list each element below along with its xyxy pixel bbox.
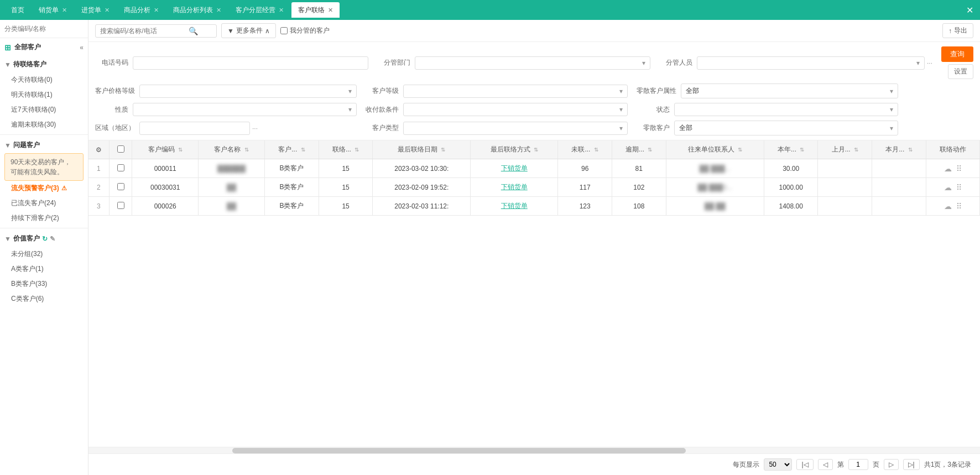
- th-not-contacted[interactable]: 未联... ⇅: [558, 140, 612, 159]
- filter-dept-select[interactable]: ▾: [415, 56, 650, 70]
- sidebar-item-class-c[interactable]: C类客户(6): [0, 291, 88, 306]
- row-3-check[interactable]: [117, 202, 124, 209]
- tab-analysis[interactable]: 商品分析 ✕: [117, 2, 165, 18]
- filter-status-select[interactable]: ▾: [674, 103, 898, 116]
- sidebar-item-class-a[interactable]: A类客户(1): [0, 262, 88, 276]
- row-1-contact-icon[interactable]: ☁: [944, 164, 952, 173]
- filter-nature-select[interactable]: ▾: [133, 103, 357, 116]
- sidebar-collapse-btn[interactable]: «: [80, 44, 84, 51]
- tab-home[interactable]: 首页: [4, 2, 31, 18]
- tab-customer-layered[interactable]: 客户分层经营 ✕: [229, 2, 290, 18]
- value-refresh-icon[interactable]: ↻: [42, 235, 48, 243]
- page-input[interactable]: [848, 459, 868, 470]
- sidebar-item-today[interactable]: 今天待联络(0): [0, 72, 88, 87]
- th-last-month[interactable]: 上月... ⇅: [818, 140, 872, 159]
- filter-search-icon[interactable]: 🔍: [189, 27, 198, 35]
- row-2-checkbox[interactable]: [109, 178, 132, 197]
- row-3-lcm[interactable]: 下销货单: [471, 197, 558, 216]
- filter-retail-customer-select[interactable]: 全部 ▾: [674, 121, 898, 135]
- my-customers-checkbox-label[interactable]: 我分管的客户: [280, 26, 330, 35]
- filter-customer-grade-select[interactable]: ▾: [403, 85, 627, 98]
- prev-page-btn[interactable]: ◁: [818, 459, 833, 470]
- sidebar-item-class-b[interactable]: B类客户(33): [0, 276, 88, 291]
- export-btn[interactable]: ↑ 导出: [942, 23, 973, 38]
- sidebar-group-value-header[interactable]: ▼ 价值客户 ↻ ✎: [0, 231, 88, 247]
- value-edit-icon[interactable]: ✎: [50, 235, 55, 243]
- tab-customer-layered-close[interactable]: ✕: [279, 7, 284, 14]
- filter-region: 区域（地区） ···: [95, 122, 357, 135]
- tab-customer-contact[interactable]: 客户联络 ✕: [291, 2, 340, 18]
- sidebar-item-7days[interactable]: 近7天待联络(0): [0, 102, 88, 117]
- row-2-lcm[interactable]: 下销货单: [471, 178, 558, 197]
- sidebar-group-pending-header[interactable]: ▼ 待联络客户: [0, 56, 88, 72]
- my-customers-checkbox[interactable]: [280, 27, 288, 34]
- filter-payment-select[interactable]: ▾: [403, 103, 627, 116]
- problem-tooltip: 90天未交易的客户，可能有流失风险。: [4, 153, 84, 181]
- row-3-contact-icon[interactable]: ☁: [944, 202, 952, 211]
- sidebar-item-declining[interactable]: 持续下滑客户(2): [0, 211, 88, 226]
- th-last-contact-method[interactable]: 最后联络方式 ⇅: [471, 140, 558, 159]
- th-action: 联络动作: [926, 140, 979, 159]
- row-3-more-icon[interactable]: ⠿: [956, 202, 962, 211]
- filter-person-select[interactable]: ▾: [697, 56, 925, 70]
- horizontal-scrollbar[interactable]: [88, 447, 980, 453]
- settings-btn[interactable]: 设置: [948, 64, 973, 79]
- first-page-btn[interactable]: |◁: [796, 459, 813, 470]
- select-all-checkbox[interactable]: [117, 145, 124, 153]
- tab-customer-contact-close[interactable]: ✕: [328, 7, 333, 14]
- th-code[interactable]: 客户编码 ⇅: [132, 140, 199, 159]
- row-2-tm: [872, 178, 926, 197]
- last-page-btn[interactable]: ▷|: [903, 459, 920, 470]
- sidebar-group-problem-header[interactable]: ▼ 问题客户: [0, 137, 88, 153]
- th-checkbox[interactable]: [109, 140, 132, 159]
- filter-region-input[interactable]: [139, 122, 250, 135]
- row-3-checkbox[interactable]: [109, 197, 132, 216]
- region-dots-icon[interactable]: ···: [252, 124, 258, 132]
- row-1-check[interactable]: [117, 164, 124, 171]
- filter-retail-attr-select[interactable]: 全部 ▾: [681, 83, 898, 98]
- sidebar-item-overdue[interactable]: 逾期未联络(30): [0, 117, 88, 132]
- th-this-month[interactable]: 本月... ⇅: [872, 140, 926, 159]
- th-last-contact-date[interactable]: 最后联络日期 ⇅: [373, 140, 471, 159]
- sidebar-item-churn-warning[interactable]: 流失预警客户(3) ⚠: [0, 181, 88, 196]
- tab-analysis-list-close[interactable]: ✕: [216, 7, 221, 14]
- adv-filter-row-4: 区域（地区） ··· 客户类型 ▾ 零散客户 全部 ▾: [95, 121, 973, 135]
- gear-icon[interactable]: ⚙: [96, 146, 102, 154]
- filter-customer-type-select[interactable]: ▾: [403, 122, 627, 135]
- th-overdue[interactable]: 逾期... ⇅: [612, 140, 666, 159]
- next-page-btn[interactable]: ▷: [884, 459, 899, 470]
- th-gear[interactable]: ⚙: [88, 140, 109, 159]
- sidebar-root[interactable]: ⊞ 全部客户 «: [0, 38, 88, 56]
- per-page-select[interactable]: 50 100 200: [764, 458, 792, 471]
- filter-phone-input[interactable]: [133, 56, 368, 70]
- filter-search-input[interactable]: [100, 27, 189, 35]
- row-1-more-icon[interactable]: ⠿: [956, 164, 962, 173]
- sidebar-item-ungrouped[interactable]: 未分组(32): [0, 247, 88, 262]
- th-name[interactable]: 客户名称 ⇅: [199, 140, 265, 159]
- tab-close-all[interactable]: ✕: [964, 3, 976, 18]
- th-contact[interactable]: 联络... ⇅: [319, 140, 373, 159]
- more-conditions-btn[interactable]: ▼ 更多条件 ∧: [221, 23, 276, 38]
- tab-sales[interactable]: 销货单 ✕: [32, 2, 74, 18]
- row-1-checkbox[interactable]: [109, 159, 132, 178]
- person-dots-icon[interactable]: ···: [927, 59, 932, 67]
- tab-analysis-close[interactable]: ✕: [154, 7, 159, 14]
- filter-price-grade-select[interactable]: ▾: [139, 85, 357, 98]
- query-btn[interactable]: 查询: [941, 46, 973, 62]
- th-contact-person[interactable]: 往来单位联系人 ⇅: [666, 140, 764, 159]
- tab-analysis-list[interactable]: 商品分析列表 ✕: [166, 2, 228, 18]
- tab-sales-close[interactable]: ✕: [62, 7, 67, 14]
- row-2-contact-icon[interactable]: ☁: [944, 183, 952, 192]
- th-type[interactable]: 客户... ⇅: [265, 140, 319, 159]
- th-this-year[interactable]: 本年... ⇅: [764, 140, 818, 159]
- tab-purchase[interactable]: 进货单 ✕: [75, 2, 116, 18]
- tab-purchase-close[interactable]: ✕: [105, 7, 110, 14]
- sidebar-item-churned[interactable]: 已流失客户(24): [0, 196, 88, 211]
- scrollbar-thumb[interactable]: [232, 448, 686, 453]
- row-2-check[interactable]: [117, 183, 124, 190]
- sidebar-item-tomorrow[interactable]: 明天待联络(1): [0, 87, 88, 102]
- sidebar-search-input[interactable]: [4, 25, 87, 33]
- table-row: 2 00030031 ██ B类客户 15 2023-02-09 19:52: …: [88, 178, 980, 197]
- row-2-more-icon[interactable]: ⠿: [956, 183, 962, 192]
- row-1-lcm[interactable]: 下销货单: [471, 159, 558, 178]
